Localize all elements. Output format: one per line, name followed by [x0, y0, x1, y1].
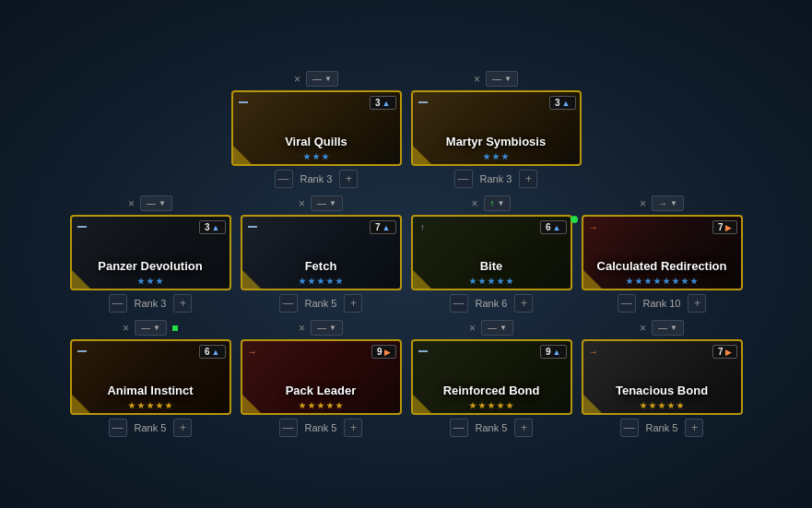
mod-stars-tenacious-bond	[583, 402, 741, 409]
close-tenacious-bond[interactable]: ×	[640, 323, 646, 334]
rank-plus-fetch[interactable]: +	[344, 294, 362, 313]
mod-card-bite[interactable]: 6 ▲ Bite ↑	[411, 215, 572, 290]
rank-btn-calculated-redirection[interactable]: → ▼	[652, 195, 684, 211]
rank-num-animal-instinct: 6	[205, 347, 210, 357]
mod-controls-tenacious-bond: × — ▼	[582, 320, 743, 336]
mod-card-tenacious-bond[interactable]: 7 ▶ Tenacious Bond →	[582, 339, 743, 415]
star-1	[469, 278, 477, 285]
close-viral-quills[interactable]: ×	[294, 74, 300, 85]
rank-btn-pack-leader[interactable]: — ▼	[311, 320, 343, 336]
rank-plus-panzer-devolution[interactable]: +	[173, 294, 192, 313]
corner-deco	[583, 270, 602, 289]
rank-minus-pack-leader[interactable]: —	[279, 419, 298, 437]
mod-card-martyr-symbiosis[interactable]: 3 ▲ Martyr Symbiosis	[411, 90, 582, 166]
rank-minus-reinforced-bond[interactable]: —	[450, 419, 468, 437]
mod-rank-badge-tenacious-bond: 7 ▶	[712, 345, 737, 359]
corner-deco	[242, 395, 261, 413]
rank-row-calculated-redirection: — Rank 10 +	[618, 294, 707, 313]
star-7	[681, 278, 688, 285]
mod-controls-panzer-devolution: × — ▼	[70, 195, 231, 211]
polarity-dash-icon	[248, 226, 257, 228]
corner-deco	[242, 270, 261, 289]
rank-plus-pack-leader[interactable]: +	[344, 419, 362, 437]
mod-card-fetch[interactable]: 7 ▲ Fetch	[241, 215, 402, 290]
star-2	[137, 402, 145, 409]
mod-card-calculated-redirection[interactable]: 7 ▶ Calculated Redirection →	[582, 215, 743, 290]
rank-icon-animal-instinct: ▲	[212, 348, 220, 357]
rank-btn-tenacious-bond[interactable]: — ▼	[652, 320, 684, 336]
close-fetch[interactable]: ×	[299, 198, 305, 209]
mod-card-animal-instinct[interactable]: 6 ▲ Animal Instinct	[70, 339, 231, 415]
rank-minus-viral-quills[interactable]: —	[275, 170, 293, 188]
corner-deco	[413, 146, 431, 164]
dropdown-icon: ▼	[153, 324, 160, 332]
close-bite[interactable]: ×	[472, 198, 478, 209]
rank-minus-bite[interactable]: —	[450, 294, 468, 313]
rank-plus-reinforced-bond[interactable]: +	[514, 419, 533, 437]
corner-deco	[72, 395, 90, 413]
close-panzer-devolution[interactable]: ×	[128, 198, 135, 209]
rank-btn-animal-instinct[interactable]: — ▼	[135, 320, 167, 336]
rank-btn-fetch[interactable]: — ▼	[311, 195, 343, 211]
star-2	[635, 278, 642, 285]
rank-minus-tenacious-bond[interactable]: —	[620, 419, 639, 437]
rank-row-viral-quills: — Rank 3 +	[275, 170, 359, 188]
mod-card-pack-leader[interactable]: 9 ▶ Pack Leader →	[241, 339, 402, 415]
star-1	[469, 402, 477, 409]
rank-plus-calculated-redirection[interactable]: +	[688, 294, 706, 313]
star-2	[478, 278, 486, 285]
star-4	[497, 278, 504, 285]
corner-deco	[233, 146, 252, 164]
mod-card-viral-quills[interactable]: 3 ▲ Viral Quills	[231, 90, 402, 166]
star-2	[492, 153, 500, 160]
rank-minus-martyr-symbiosis[interactable]: —	[454, 170, 473, 188]
rank-plus-bite[interactable]: +	[514, 294, 533, 313]
close-martyr-symbiosis[interactable]: ×	[474, 74, 480, 85]
rank-plus-martyr-symbiosis[interactable]: +	[519, 170, 537, 188]
close-animal-instinct[interactable]: ×	[123, 323, 129, 334]
star-3	[317, 402, 324, 409]
rank-btn-reinforced-bond[interactable]: — ▼	[481, 320, 513, 336]
rank-btn-martyr-symbiosis[interactable]: — ▼	[486, 71, 518, 87]
minus-icon: —	[492, 74, 501, 84]
mod-card-panzer-devolution[interactable]: 3 ▲ Panzer Devolution	[70, 215, 231, 290]
mod-rank-badge-reinforced-bond: 9 ▲	[540, 345, 566, 359]
rank-minus-animal-instinct[interactable]: —	[109, 419, 127, 437]
rank-num-viral-quills: 3	[375, 98, 381, 108]
close-calculated-redirection[interactable]: ×	[640, 198, 646, 209]
rank-row-fetch: — Rank 5 +	[279, 294, 363, 313]
star-4	[497, 402, 504, 409]
rank-minus-calculated-redirection[interactable]: —	[618, 294, 636, 313]
mod-controls-reinforced-bond: × — ▼	[411, 320, 572, 336]
rank-num-panzer-devolution: 3	[205, 222, 210, 232]
mod-polarity-viral-quills	[237, 96, 250, 109]
rank-btn-bite[interactable]: ↑ ▼	[484, 195, 512, 211]
rank-label-panzer-devolution: Rank 3	[135, 298, 167, 309]
rank-plus-viral-quills[interactable]: +	[339, 170, 358, 188]
dropdown-icon: ▼	[498, 199, 505, 207]
rank-icon-fetch: ▲	[382, 223, 391, 232]
rank-plus-tenacious-bond[interactable]: +	[685, 419, 703, 437]
mod-controls-bite: × ↑ ▼	[411, 195, 572, 211]
star-3	[147, 402, 154, 409]
close-reinforced-bond[interactable]: ×	[469, 323, 476, 334]
mod-name-pack-leader: Pack Leader	[242, 384, 400, 398]
rank-btn-panzer-devolution[interactable]: — ▼	[140, 195, 172, 211]
close-pack-leader[interactable]: ×	[299, 323, 305, 334]
star-5	[506, 278, 513, 285]
dropdown-icon: ▼	[500, 324, 507, 332]
minus-icon: —	[147, 198, 156, 208]
rank-plus-animal-instinct[interactable]: +	[173, 419, 192, 437]
star-5	[335, 402, 343, 409]
star-1	[128, 402, 135, 409]
star-4	[326, 278, 334, 285]
mod-slot-animal-instinct: × — ▼ 6 ▲ Animal Instinct	[70, 320, 231, 437]
minus-icon: —	[317, 323, 326, 333]
rank-minus-panzer-devolution[interactable]: —	[109, 294, 127, 313]
rank-btn-viral-quills[interactable]: — ▼	[306, 71, 338, 87]
minus-icon: —	[141, 323, 150, 333]
rank-minus-fetch[interactable]: —	[279, 294, 298, 313]
mod-card-reinforced-bond[interactable]: 9 ▲ Reinforced Bond	[411, 339, 572, 415]
rank-label-viral-quills: Rank 3	[300, 173, 333, 184]
rank-num-tenacious-bond: 7	[718, 347, 724, 357]
